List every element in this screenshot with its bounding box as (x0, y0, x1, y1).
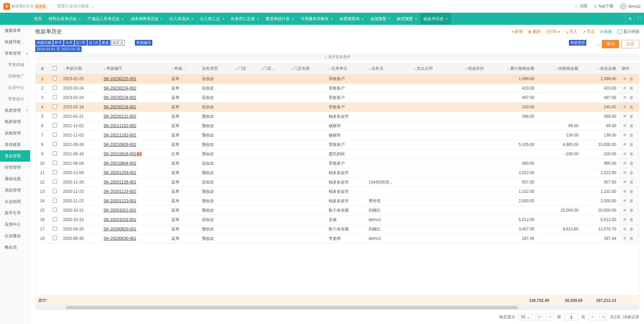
tab-item[interactable]: 超储预警× (367, 13, 394, 25)
row-checkbox[interactable] (53, 86, 57, 90)
row-checkbox[interactable] (53, 161, 57, 165)
row-checkbox[interactable] (53, 104, 57, 109)
view-icon[interactable]: 👁 (623, 227, 627, 231)
prev-page-button[interactable]: < (546, 313, 554, 321)
tab-home[interactable]: 首页 (31, 13, 45, 25)
col-sales[interactable]: ◆业务员 (366, 63, 411, 74)
docno-link[interactable]: SK-20210616-001 (104, 152, 136, 156)
view-icon[interactable]: 👁 (623, 236, 627, 241)
sidebar-item[interactable]: 基础信息 (0, 173, 30, 184)
docno-link[interactable]: SK-20201123-002 (104, 189, 136, 194)
tab-item[interactable]: 保质期查询× (336, 13, 367, 25)
next-page-button[interactable]: > (589, 313, 596, 321)
sidebar-item[interactable]: 经营管理 (0, 162, 30, 173)
table-row[interactable]: 82021-09-28SK-20210928-001蓝单预收款零散客户5,335… (36, 140, 639, 149)
row-checkbox[interactable] (53, 236, 57, 240)
table-row[interactable]: 112020-12-09SK-20201209-001蓝单预收款钱多多超市2,0… (36, 168, 639, 177)
sidebar-item[interactable]: 零售管理▲ (0, 48, 30, 59)
table-row[interactable]: 92021-06-16SK-20210616-001退红单预收款惠氏奶粉-100… (36, 149, 639, 159)
sidebar-item[interactable]: 零售商城 (0, 59, 30, 70)
delete-button[interactable]: 🗑 删除 (528, 29, 541, 35)
view-icon[interactable]: 👁 (623, 142, 627, 147)
col-party[interactable]: ◆往来单位 (326, 63, 366, 74)
delete-icon[interactable]: 🗑 (630, 170, 634, 175)
view-icon[interactable]: 👁 (623, 86, 627, 91)
preset-today[interactable]: 今天 (64, 40, 74, 46)
docno-link[interactable]: SK-20201123-001 (104, 199, 136, 203)
row-checkbox[interactable] (53, 217, 57, 221)
row-checkbox[interactable] (53, 132, 57, 137)
date-range[interactable]: 2016-03-01 至 2023-03-18 (35, 46, 82, 52)
close-icon[interactable]: × (79, 17, 81, 21)
table-row[interactable]: 132020-11-23SK-20201123-002蓝单预收款钱多多超市1,1… (36, 187, 639, 196)
tab-item[interactable]: 产成品入库单历史× (84, 13, 127, 25)
docno-link[interactable]: SK-20211102-001 (104, 133, 136, 138)
view-icon[interactable]: 👁 (623, 152, 627, 156)
sidebar-item[interactable]: 系统管理 (0, 184, 30, 196)
query-button[interactable]: 查询 (602, 40, 619, 48)
sidebar-item[interactable]: 搜索菜单 (0, 25, 30, 36)
export-button[interactable]: ↗ 导出 (583, 29, 595, 35)
delete-icon[interactable]: 🗑 (630, 199, 634, 203)
select-all-checkbox[interactable] (53, 66, 57, 70)
row-checkbox[interactable] (53, 95, 57, 99)
tab-item[interactable]: 要货单统计表× (262, 13, 297, 25)
close-icon[interactable]: × (292, 17, 294, 21)
delete-icon[interactable]: 🗑 (630, 95, 634, 100)
chevron-down-icon[interactable]: ⌄ (596, 42, 600, 47)
docno-link[interactable]: SK-20201021-001 (104, 208, 136, 213)
docno-link[interactable]: SK-20210928-001 (104, 142, 136, 147)
view-icon[interactable]: 👁 (623, 105, 627, 109)
delete-icon[interactable]: 🗑 (630, 114, 634, 119)
table-row[interactable]: 52022-01-21SK-20220121-001蓝单预收款钱多多超市388.… (36, 112, 639, 121)
sidebar-item[interactable]: 企业协同 (0, 196, 30, 207)
docno-link[interactable]: SK-20210604-001 (104, 161, 136, 166)
row-checkbox[interactable] (53, 142, 57, 146)
delete-icon[interactable]: 🗑 (630, 152, 634, 156)
col-biz[interactable]: 业务类型 (199, 63, 233, 74)
docno-link[interactable]: SK-20220121-001 (104, 114, 136, 119)
sidebar-item[interactable]: 电商管理 (0, 116, 30, 127)
docno-link[interactable]: SK-20200630-001 (104, 236, 136, 241)
view-icon[interactable]: 👁 (623, 133, 627, 138)
filter-doctype-label[interactable]: 单据类型 (569, 40, 586, 46)
delete-icon[interactable]: 🗑 (630, 217, 634, 222)
preset-1m[interactable]: 近1月 (88, 40, 100, 46)
tab-item[interactable]: 可用量库存账本× (297, 13, 336, 25)
tab-item[interactable]: 缺货预警× (393, 13, 420, 25)
row-checkbox[interactable] (53, 76, 57, 80)
delete-icon[interactable]: 🗑 (630, 236, 634, 241)
print-button[interactable]: ⎙ 打印 ▾ (546, 29, 560, 35)
close-icon[interactable]: × (192, 17, 194, 21)
settings-button[interactable]: 设置 (621, 40, 639, 48)
table-row[interactable]: 62021-11-02SK-20211102-002蓝单预收款杨丽华69.006… (36, 121, 639, 130)
col-doctype[interactable]: ◆单据... (169, 63, 199, 74)
close-icon[interactable]: × (446, 17, 448, 21)
table-row[interactable]: 152020-10-21SK-20201021-001蓝单预收款取个啥名呢刘晓红… (36, 206, 639, 215)
view-icon[interactable]: 👁 (623, 208, 627, 213)
import-button[interactable]: ↘ 导入 (565, 29, 577, 35)
col-pendwo[interactable]: ◆待核销金额 (537, 63, 581, 74)
horizontal-scrollbar[interactable] (36, 305, 639, 310)
docno-link[interactable]: SK-20230225-001 (104, 76, 136, 81)
delete-icon[interactable]: 🗑 (630, 189, 634, 194)
col-storec[interactable]: ◆门店... (258, 63, 288, 74)
docno-link[interactable]: SK-20211102-002 (104, 123, 136, 128)
table-row[interactable]: 142020-11-23SK-20201123-001蓝单预收款钱多多超市季玲瑶… (36, 196, 639, 206)
sidebar-item[interactable]: 营销推广 (0, 70, 30, 82)
tab-item[interactable]: 出入库流水× (166, 13, 197, 25)
user-menu[interactable]: demo2 (620, 3, 641, 10)
tab-item[interactable]: 材料出库单历史× (45, 13, 84, 25)
table-row[interactable]: 32023-02-24SK-20230224-001蓝单应收款零散客户497.0… (36, 93, 639, 102)
app-download-link[interactable]: ⇩App下载 (594, 3, 613, 9)
sidebar-item[interactable]: 会员中心 (0, 82, 30, 93)
delete-icon[interactable]: 🗑 (630, 123, 634, 128)
delete-icon[interactable]: 🗑 (630, 86, 634, 91)
sidebar-item[interactable]: 企业微信 (0, 230, 30, 241)
view-icon[interactable]: 👁 (623, 161, 627, 166)
last-page-button[interactable]: >| (599, 313, 607, 321)
docno-link[interactable]: SK-20200820-001 (104, 227, 136, 231)
view-icon[interactable]: 👁 (623, 199, 627, 203)
row-checkbox[interactable] (53, 123, 57, 127)
row-checkbox[interactable] (53, 198, 57, 203)
